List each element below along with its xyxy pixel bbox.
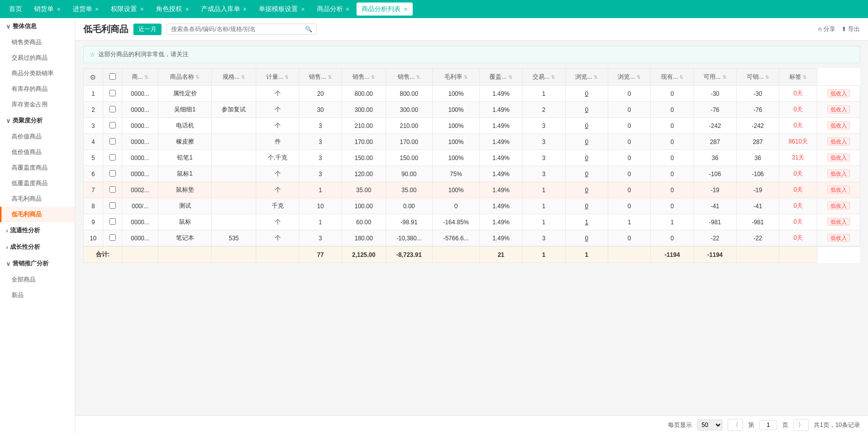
- sidebar-group-marketing[interactable]: ∨ 营销推广分析: [0, 255, 75, 272]
- sidebar-item-high-profit[interactable]: 高毛利商品: [0, 191, 75, 207]
- col-sales-qty[interactable]: 销售... ⇅: [299, 69, 341, 86]
- sidebar-group-overview[interactable]: ∨ 整体信息: [0, 18, 75, 35]
- nav-product-in[interactable]: 产成品入库单 ✕: [196, 3, 252, 16]
- row-available: -30: [737, 86, 779, 102]
- search-input[interactable]: [171, 26, 305, 33]
- row-select-checkbox[interactable]: [109, 202, 116, 209]
- sidebar-item-stock-capital[interactable]: 库存资金占用: [0, 97, 75, 112]
- page-input[interactable]: [759, 420, 777, 430]
- col-checkbox[interactable]: [103, 69, 122, 86]
- sidebar-group-circulation[interactable]: › 流通性分析: [0, 222, 75, 239]
- share-button[interactable]: ⎋ 分享: [818, 25, 835, 34]
- row-trade[interactable]: 0: [565, 150, 608, 166]
- prev-page-button[interactable]: 〈: [728, 419, 743, 431]
- nav-sales[interactable]: 销货单 ✕: [29, 3, 66, 16]
- col-saleable[interactable]: 可销... ⇅: [737, 69, 779, 86]
- export-button[interactable]: ⬆ 导出: [841, 25, 860, 34]
- nav-close-role[interactable]: ✕: [185, 7, 189, 12]
- col-browse2[interactable]: 浏览... ⇅: [608, 69, 650, 86]
- col-stock[interactable]: 现有... ⇅: [651, 69, 693, 86]
- row-select-checkbox[interactable]: [109, 138, 116, 144]
- row-trade[interactable]: 1: [565, 214, 608, 230]
- nav-close-product-analysis[interactable]: ✕: [345, 7, 350, 12]
- row-checkbox[interactable]: [103, 214, 122, 230]
- sidebar-group-growth[interactable]: › 成长性分析: [0, 239, 75, 255]
- row-select-checkbox[interactable]: [109, 186, 116, 193]
- row-trade[interactable]: 0: [565, 134, 608, 150]
- sidebar-item-low-profit[interactable]: 低毛利商品: [0, 207, 75, 222]
- sidebar-item-new-products[interactable]: 新品: [0, 287, 75, 303]
- col-available[interactable]: 可用... ⇅: [693, 69, 736, 86]
- row-amount2: -10,380...: [386, 230, 432, 247]
- col-settings[interactable]: ⚙: [84, 69, 103, 86]
- row-checkbox[interactable]: [103, 182, 122, 198]
- col-coverage[interactable]: 覆盖... ⇅: [479, 69, 522, 86]
- col-trade[interactable]: 交易... ⇅: [523, 69, 565, 86]
- col-browse1[interactable]: 浏览... ⇅: [565, 69, 608, 86]
- row-select-checkbox[interactable]: [109, 218, 116, 225]
- nav-role[interactable]: 角色授权 ✕: [151, 3, 194, 16]
- row-select-checkbox[interactable]: [109, 106, 116, 112]
- sidebar-item-traded-products[interactable]: 交易过的商品: [0, 50, 75, 66]
- row-trade[interactable]: 0: [565, 102, 608, 118]
- table-container[interactable]: ⚙ 商... ⇅ 商品名称 ⇅ 规格... ⇅ 计量... ⇅ 销售... ⇅ …: [83, 68, 860, 410]
- row-checkbox[interactable]: [103, 166, 122, 182]
- col-code[interactable]: 商... ⇅: [122, 69, 158, 86]
- nav-product-analysis[interactable]: 商品分析 ✕: [312, 3, 355, 16]
- date-filter-button[interactable]: 近一月: [133, 24, 161, 35]
- page-size-select[interactable]: 50 100 200: [697, 419, 723, 430]
- nav-close-purchase[interactable]: ✕: [95, 7, 99, 12]
- sidebar-item-sales-products[interactable]: 销售类商品: [0, 35, 75, 50]
- select-all-checkbox[interactable]: [109, 73, 116, 80]
- row-select-checkbox[interactable]: [109, 154, 116, 161]
- row-checkbox[interactable]: [103, 102, 122, 118]
- row-checkbox[interactable]: [103, 230, 122, 247]
- col-gross-rate[interactable]: 毛利率 ⇅: [432, 69, 479, 86]
- nav-close-product-in[interactable]: ✕: [243, 7, 247, 12]
- row-browse1: 0: [608, 182, 650, 198]
- row-trade[interactable]: 0: [565, 166, 608, 182]
- row-checkbox[interactable]: [103, 198, 122, 214]
- nav-close-template[interactable]: ✕: [301, 7, 305, 12]
- nav-analysis-list[interactable]: 商品分析列表 ✕: [357, 3, 413, 16]
- col-name[interactable]: 商品名称 ⇅: [158, 69, 212, 86]
- sidebar-item-all-products[interactable]: 全部商品: [0, 272, 75, 287]
- col-unit[interactable]: 计量... ⇅: [256, 69, 299, 86]
- sidebar-item-high-coverage[interactable]: 高覆盖度商品: [0, 160, 75, 176]
- row-code: 0002...: [122, 182, 158, 198]
- nav-close-sales[interactable]: ✕: [57, 7, 61, 12]
- col-tag[interactable]: 标签 ⇅: [779, 69, 817, 86]
- nav-permission[interactable]: 权限设置 ✕: [106, 3, 149, 16]
- row-trade[interactable]: 0: [565, 230, 608, 247]
- search-icon[interactable]: 🔍: [305, 26, 312, 33]
- sidebar-item-in-stock[interactable]: 有库存的商品: [0, 81, 75, 97]
- nav-close-analysis-list[interactable]: ✕: [404, 7, 408, 12]
- row-trade[interactable]: 0: [565, 182, 608, 198]
- row-checkbox[interactable]: [103, 86, 122, 102]
- nav-template[interactable]: 单据模板设置 ✕: [254, 3, 310, 16]
- col-spec[interactable]: 规格... ⇅: [212, 69, 256, 86]
- next-page-button[interactable]: 〉: [793, 419, 809, 431]
- sidebar-group-cluster[interactable]: ∨ 类聚度分析: [0, 112, 75, 129]
- row-trade[interactable]: 0: [565, 198, 608, 214]
- sidebar-item-high-value[interactable]: 高价值商品: [0, 129, 75, 144]
- row-checkbox[interactable]: [103, 134, 122, 150]
- row-checkbox[interactable]: [103, 150, 122, 166]
- nav-home[interactable]: 首页: [4, 3, 27, 16]
- sidebar-item-category-rate[interactable]: 商品分类助销率: [0, 66, 75, 81]
- nav-purchase[interactable]: 进货单 ✕: [68, 3, 104, 16]
- row-select-checkbox[interactable]: [109, 234, 116, 241]
- row-available: -76: [737, 102, 779, 118]
- sidebar-item-low-value[interactable]: 低价值商品: [0, 144, 75, 160]
- row-select-checkbox[interactable]: [109, 90, 116, 96]
- row-trade[interactable]: 0: [565, 86, 608, 102]
- col-sales-profit[interactable]: 销售... ⇅: [386, 69, 432, 86]
- row-select-checkbox[interactable]: [109, 170, 116, 177]
- col-sales-amt[interactable]: 销售... ⇅: [342, 69, 386, 86]
- row-trade[interactable]: 0: [565, 118, 608, 134]
- sidebar-item-low-coverage[interactable]: 低覆盖度商品: [0, 176, 75, 191]
- row-select-checkbox[interactable]: [109, 122, 116, 128]
- row-checkbox[interactable]: [103, 118, 122, 134]
- row-gross-rate: 1.49%: [479, 198, 522, 214]
- nav-close-permission[interactable]: ✕: [140, 7, 144, 12]
